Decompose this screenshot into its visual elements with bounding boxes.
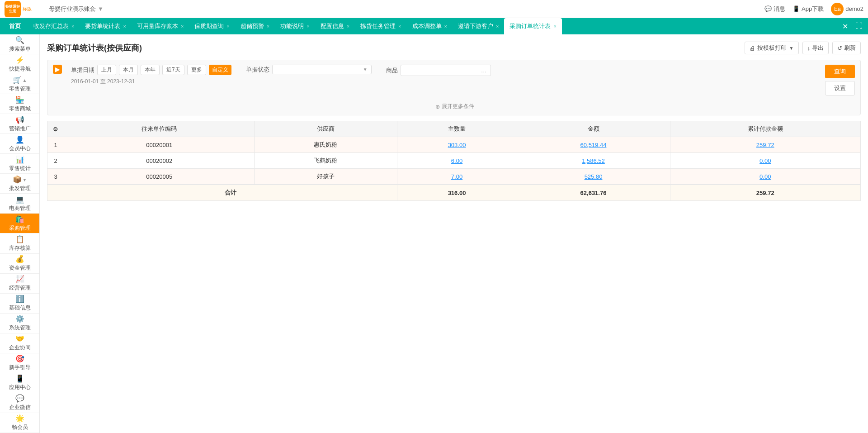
cell-paid[interactable]: 0.00	[670, 169, 861, 185]
sidebar-item-cooperation[interactable]: 🤝 企业协同	[0, 333, 39, 353]
sidebar-item-wechat[interactable]: 💬 企业微信	[0, 393, 39, 413]
tab-overstock-close[interactable]: ×	[267, 24, 269, 29]
cell-paid[interactable]: 259.72	[670, 137, 861, 153]
sidebar-item-chang-member[interactable]: 🌟 畅会员	[0, 413, 39, 433]
tab-expiry[interactable]: 保质期查询 ×	[189, 18, 235, 34]
date-btn-this-month[interactable]: 本月	[119, 65, 138, 75]
tab-overstock[interactable]: 超储预警 ×	[235, 18, 275, 34]
export-button[interactable]: ↓ 导出	[802, 42, 829, 54]
company-name: 母婴行业演示账套	[49, 5, 96, 13]
tab-invite[interactable]: 邀请下游客户 ×	[453, 18, 504, 34]
refresh-button[interactable]: ↺ 刷新	[832, 42, 861, 54]
user-avatar: Ea	[831, 3, 844, 15]
tab-summary[interactable]: 收发存汇总表 ×	[28, 18, 80, 34]
sidebar-item-guide[interactable]: 🎯 新手引导	[0, 353, 39, 373]
sidebar-item-basic-info[interactable]: ℹ️ 基础信息	[0, 294, 39, 314]
goods-more-icon[interactable]: …	[481, 67, 487, 74]
tab-order-stat[interactable]: 要货单统计表 ×	[80, 18, 131, 34]
print-dropdown-arrow: ▼	[789, 46, 794, 51]
tab-purchase-stat-close[interactable]: ×	[553, 24, 556, 29]
custom-label: 自定义	[212, 67, 228, 73]
sidebar-item-finance[interactable]: 💰 资金管理	[0, 254, 39, 274]
sidebar-item-retail-mall[interactable]: 🏪 零售商城	[0, 94, 39, 114]
sidebar-item-search[interactable]: 🔍 搜索菜单	[0, 34, 39, 54]
table-footer-row: 合计 316.00 62,631.76 259.72	[47, 185, 861, 201]
sidebar-item-app-center[interactable]: 📱 应用中心	[0, 373, 39, 393]
cell-qty[interactable]: 303.00	[397, 137, 517, 153]
tab-func-desc-close[interactable]: ×	[307, 24, 309, 29]
sidebar-item-marketing-label: 营销推广	[9, 125, 31, 133]
sidebar-item-purchase[interactable]: 🛍️ 采购管理	[0, 214, 39, 233]
sidebar-item-finance-label: 资金管理	[9, 264, 31, 272]
sidebar-item-ecommerce-label: 电商管理	[9, 205, 31, 212]
tab-stock-book[interactable]: 可用量库存账本 ×	[132, 18, 189, 34]
query-button[interactable]: 查询	[825, 65, 855, 78]
nav-maximize-btn[interactable]: ⛶	[852, 22, 866, 30]
page-actions: 🖨 按模板打印 ▼ ↓ 导出 ↺ 刷新	[745, 42, 861, 54]
sidebar-item-member[interactable]: 👤 会员中心	[0, 134, 39, 154]
tab-pick-task-close[interactable]: ×	[398, 24, 401, 29]
expand-more-btn[interactable]: ⊕ 展开更多条件	[434, 103, 474, 110]
tab-stock-book-close[interactable]: ×	[181, 24, 184, 29]
tab-config-close[interactable]: ×	[347, 24, 349, 29]
cell-paid[interactable]: 0.00	[670, 153, 861, 169]
sidebar-item-retail-stat[interactable]: 📊 零售统计	[0, 154, 39, 174]
messages-btn[interactable]: 💬 消息	[764, 5, 785, 13]
app-logo: 畅捷通好生意	[5, 1, 21, 17]
sidebar-item-ecommerce[interactable]: 💻 电商管理	[0, 194, 39, 214]
tab-func-desc[interactable]: 功能说明 ×	[275, 18, 315, 34]
th-settings[interactable]: ⚙	[47, 121, 64, 137]
expand-icon: ⊕	[435, 104, 440, 110]
sidebar-item-inventory[interactable]: 📋 库存核算	[0, 233, 39, 253]
tab-home[interactable]: 首页	[2, 18, 28, 34]
tab-order-stat-close[interactable]: ×	[123, 24, 126, 29]
tab-pick-task[interactable]: 拣货任务管理 ×	[355, 18, 406, 34]
print-button[interactable]: 🖨 按模板打印 ▼	[745, 42, 799, 54]
date-btn-more[interactable]: 更多	[187, 65, 206, 75]
tab-purchase-stat[interactable]: 采购订单统计表 ×	[504, 18, 561, 34]
table-row: 1 00020001 惠氏奶粉 303.00 60,519.44 259.72	[47, 137, 861, 153]
retail-icon: 🛒	[13, 76, 22, 84]
goods-input[interactable]: …	[401, 65, 491, 76]
cell-amount[interactable]: 1,586.52	[517, 153, 670, 169]
cell-amount[interactable]: 60,519.44	[517, 137, 670, 153]
cell-qty[interactable]: 6.00	[397, 153, 517, 169]
tab-expiry-close[interactable]: ×	[226, 24, 229, 29]
footer-qty-value: 316.00	[448, 190, 466, 196]
filter-toggle-btn[interactable]: ▶	[53, 65, 62, 74]
status-select[interactable]: ▼	[272, 65, 372, 74]
refresh-label: 刷新	[844, 44, 856, 52]
column-settings-icon[interactable]: ⚙	[53, 126, 58, 133]
date-btn-last-month[interactable]: 上月	[97, 65, 116, 75]
date-btn-7days[interactable]: 近7天	[162, 65, 184, 75]
tab-invite-close[interactable]: ×	[496, 24, 499, 29]
tab-cost-adj-close[interactable]: ×	[444, 24, 447, 29]
page-container: 采购订单统计表(按供应商) 🖨 按模板打印 ▼ ↓ 导出 ↺ 刷新	[40, 34, 868, 433]
cell-no: 2	[47, 153, 64, 169]
user-profile[interactable]: Ea demo2	[831, 3, 863, 15]
refresh-icon: ↺	[837, 45, 842, 52]
logo-text-line1: 畅捷通好生意	[5, 5, 20, 13]
tab-summary-close[interactable]: ×	[71, 24, 74, 29]
settings-button[interactable]: 设置	[825, 81, 855, 95]
sidebar-item-nav[interactable]: ⚡ 快捷导航	[0, 54, 39, 74]
nav-icon: ⚡	[15, 56, 24, 64]
date-btn-custom[interactable]: 自定义	[209, 65, 231, 75]
app-download-btn[interactable]: 📱 App下载	[793, 5, 824, 13]
logo-edition: 标版	[23, 6, 32, 12]
tab-config[interactable]: 配置信息 ×	[315, 18, 355, 34]
sidebar-item-wholesale[interactable]: 📦 ▼ 批发管理	[0, 174, 39, 194]
table-body: 1 00020001 惠氏奶粉 303.00 60,519.44 259.72 …	[47, 137, 861, 185]
print-label: 按模板打印	[757, 44, 787, 52]
table-header-row: ⚙ 往来单位编码 供应商 主数量 金额	[47, 121, 861, 137]
cell-qty[interactable]: 7.00	[397, 169, 517, 185]
sidebar-item-system[interactable]: ⚙️ 系统管理	[0, 314, 39, 333]
tab-cost-adj[interactable]: 成本调整单 ×	[407, 18, 453, 34]
date-btn-this-year[interactable]: 本年	[141, 65, 160, 75]
cell-amount[interactable]: 525.80	[517, 169, 670, 185]
nav-close-all-btn[interactable]: ✕	[839, 22, 852, 31]
company-selector[interactable]: 母婴行业演示账套 ▼	[49, 5, 104, 13]
sidebar-item-operation[interactable]: 📈 经营管理	[0, 274, 39, 294]
sidebar-item-marketing[interactable]: 📢 营销推广	[0, 114, 39, 134]
sidebar-item-retail[interactable]: 🛒 ▲ 零售管理	[0, 74, 39, 94]
